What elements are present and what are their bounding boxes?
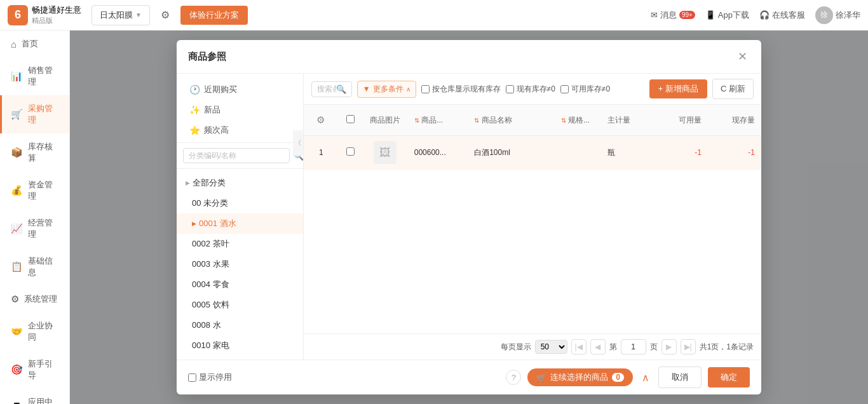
sidebar-item-sales[interactable]: 📊 销售管理 [0,57,69,95]
store-name: 日太阳膜 [100,10,133,21]
modal-title: 商品参照 [188,51,226,63]
help-btn[interactable]: ? [506,370,521,385]
show-disabled-checkbox[interactable]: 显示停用 [188,372,232,383]
check-avail-input[interactable] [560,85,569,93]
table-row[interactable]: 1 🖼 00 [304,136,761,170]
sidebar-item-app-center[interactable]: 📱 应用中心 [0,389,69,404]
show-disabled-label: 显示停用 [199,372,232,383]
cell-stock: -1 [708,136,761,170]
more-filter-btn[interactable]: ▼ 更多条件 ∧ [357,81,416,98]
check-avail-nonzero[interactable]: 可用库存≠0 [560,84,610,95]
category-tea[interactable]: 0002 茶叶 [177,234,303,254]
top-nav: 6 畅捷通好生意 精品版 日太阳膜 ▼ ⚙ 体验行业方案 ✉ 消息 99+ 📱 … [0,0,868,30]
table-settings-icon[interactable]: ⚙ [310,110,330,130]
message-btn[interactable]: ✉ 消息 99+ [651,10,695,21]
col-code-label: 商品... [421,116,443,125]
check-nonzero-stock[interactable]: 现有库存≠0 [506,84,555,95]
sidebar-item-basic-info[interactable]: 📋 基础信息 [0,248,69,286]
product-code: 000600... [414,148,446,157]
app-download-btn[interactable]: 📱 App下载 [705,10,749,21]
modal-left-panel: 🕐 近期购买 ✨ 新品 ⭐ 频次高 [177,74,304,360]
category-drink-label: 0005 饮料 [192,299,229,311]
cart-count: 0 [612,373,624,382]
sidebar-item-system[interactable]: ⚙ 系统管理 [0,286,69,313]
col-header-code[interactable]: ⇅ 商品... [408,105,468,136]
sidebar-item-collab[interactable]: 🤝 企业协同 [0,313,69,351]
sidebar-item-inventory[interactable]: 📦 库存核算 [0,133,69,172]
cart-label: 连续选择的商品 [550,372,608,383]
sidebar-item-operations[interactable]: 📈 经营管理 [0,210,69,248]
last-page-btn[interactable]: ▶| [681,339,696,354]
category-all[interactable]: ▶ 全部分类 [177,173,303,193]
add-product-btn[interactable]: + 新增商品 [649,79,707,98]
settings-icon[interactable]: ⚙ [155,5,175,25]
first-page-btn[interactable]: |◀ [571,339,587,354]
check-warehouse-input[interactable] [421,85,430,93]
col-header-name[interactable]: ⇅ 商品名称 [468,105,554,136]
col-stock-label: 现存量 [732,116,755,125]
tab-new-products[interactable]: ✨ 新品 [183,100,297,119]
check-warehouse-stock[interactable]: 按仓库显示现有库存 [421,84,501,95]
cell-image: 🖼 [362,136,407,170]
product-search-input[interactable] [317,84,336,93]
tab-recent-purchase[interactable]: 🕐 近期购买 [183,80,297,99]
nav-right: ✉ 消息 99+ 📱 App下载 🎧 在线客服 徐 徐泽华 [651,6,860,24]
experience-btn[interactable]: 体验行业方案 [180,6,248,25]
category-appliance[interactable]: 0010 家电 [177,335,303,356]
refresh-btn[interactable]: C 刷新 [712,79,754,99]
col-header-available: 可用量 [648,105,708,136]
collapse-left-panel-btn[interactable]: 《 [293,130,303,156]
page-label: 第 [609,342,617,353]
per-page-select[interactable]: 50 100 [535,340,567,354]
message-badge: 99+ [679,11,695,19]
user-menu[interactable]: 徐 徐泽华 [815,6,860,24]
new-icon: ✨ [189,105,200,115]
store-selector[interactable]: 日太阳膜 ▼ [92,5,150,25]
tab-new-label: 新品 [204,104,220,116]
category-liquor[interactable]: ▶ 0001 酒水 [177,213,303,234]
category-appliance-label: 0010 家电 [192,340,229,351]
modal-footer: 显示停用 ? 🛒 连续选择的商品 0 ∧ 取消 确定 [177,360,761,394]
sidebar-item-home[interactable]: ⌂ 首页 [0,30,69,57]
category-fruit[interactable]: 0003 水果 [177,254,303,274]
category-snack[interactable]: 0004 零食 [177,274,303,295]
sidebar-item-home-label: 首页 [22,38,38,50]
col-name-label: 商品名称 [482,116,512,125]
col-avail-label: 可用量 [679,116,702,125]
sort-icon-code: ⇅ [414,117,419,124]
check-nonzero-input[interactable] [506,85,514,93]
sales-icon: 📊 [11,71,23,82]
sidebar-item-guide[interactable]: 🎯 新手引导 [0,351,69,389]
page-input[interactable] [621,339,646,354]
check-warehouse-label: 按仓库显示现有库存 [432,84,501,95]
category-drink[interactable]: 0005 饮料 [177,295,303,315]
service-btn[interactable]: 🎧 在线客服 [759,10,805,21]
tab-frequent[interactable]: ⭐ 频次高 [183,121,297,140]
sidebar-item-operations-label: 经营管理 [28,217,60,240]
sidebar-item-system-label: 系统管理 [24,293,57,305]
col-header-spec[interactable]: ⇅ 规格... [555,105,601,136]
cancel-btn[interactable]: 取消 [658,367,702,388]
cart-continuous-select-btn[interactable]: 🛒 连续选择的商品 0 [527,368,633,386]
search-icon[interactable]: 🔍 [336,84,346,94]
prev-page-btn[interactable]: ◀ [590,339,606,354]
expand-icon: ▶ [186,180,190,186]
modal-close-button[interactable]: ✕ [735,49,750,64]
sidebar-item-finance[interactable]: 💰 资金管理 [0,172,69,210]
sidebar-item-purchase[interactable]: 🛒 采购管理 [0,95,69,133]
category-search-input[interactable] [183,148,290,163]
row-checkbox[interactable] [346,147,355,156]
purchase-icon: 🛒 [11,109,23,120]
content-area: 商品参照 ✕ 🕐 近期购买 ✨ [70,30,868,404]
select-all-checkbox[interactable] [346,115,355,123]
logo-sub-text: 精品版 [32,16,81,25]
next-page-btn[interactable]: ▶ [661,339,677,354]
category-uncategorized[interactable]: 00 未分类 [177,193,303,213]
modal-body: 🕐 近期购买 ✨ 新品 ⭐ 频次高 [177,74,761,360]
confirm-btn[interactable]: 确定 [708,367,750,387]
category-water[interactable]: 0008 水 [177,315,303,335]
collapse-footer-btn[interactable]: ∧ [639,369,652,386]
show-disabled-input[interactable] [188,374,196,382]
app-label: App下载 [718,10,749,21]
product-stock: -1 [748,148,755,157]
